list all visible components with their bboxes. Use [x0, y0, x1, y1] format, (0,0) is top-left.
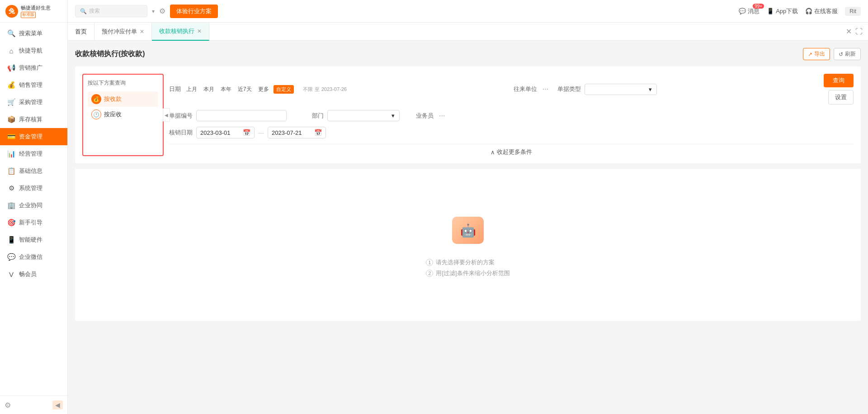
sidebar-item-finance[interactable]: 💳资金管理: [0, 128, 67, 145]
refresh-icon: ↺: [839, 51, 843, 57]
app-label: App下载: [776, 7, 798, 15]
staff-label: 业务员: [416, 112, 434, 120]
writeoff-date-end-calendar-icon[interactable]: 📅: [314, 129, 322, 136]
writeoff-date-start-input[interactable]: [200, 129, 241, 136]
by-receipt-icon: 💰: [91, 94, 101, 104]
sidebar-item-quick-nav[interactable]: ⌂快捷导航: [0, 42, 67, 59]
filter-option-by-receivable[interactable]: 🕐 按应收: [88, 107, 158, 122]
date-this-month[interactable]: 本月: [202, 85, 216, 94]
writeoff-date-label: 核销日期: [169, 128, 193, 137]
doc-type-select[interactable]: ▾: [585, 84, 657, 95]
tab-home[interactable]: 首页: [68, 23, 94, 41]
empty-tip-1: 1 请先选择要分析的方案: [426, 258, 509, 266]
query-row-1: 日期 上月 本月 本年 近7天 更多 自定义 不限 至: [169, 74, 854, 105]
topbar-left: 🔍 搜索 ▾ ⚙ 体验行业方案: [75, 5, 218, 18]
purchase-icon: 🛒: [7, 98, 15, 106]
tab-receipt-offset[interactable]: 收款核销执行 ✕: [152, 23, 209, 41]
collapse-sidebar-button[interactable]: ◀: [52, 400, 63, 409]
receipt-offset-tab-close-icon[interactable]: ✕: [197, 28, 202, 34]
sidebar-item-inventory[interactable]: 📦库存核算: [0, 111, 67, 128]
topbar-chevron-icon[interactable]: ▾: [152, 8, 155, 14]
sidebar-item-system[interactable]: ⚙系统管理: [0, 180, 67, 197]
sidebar-item-operation[interactable]: 📊经营管理: [0, 145, 67, 162]
settings-icon[interactable]: ⚙: [5, 401, 11, 409]
sidebar-item-purchase[interactable]: 🛒采购管理: [0, 94, 67, 111]
writeoff-date-end-wrap: 📅: [268, 127, 326, 138]
sidebar-label-operation: 经营管理: [19, 150, 42, 158]
sidebar-item-enterprise[interactable]: 🏢企业协同: [0, 197, 67, 214]
refresh-button[interactable]: ↺ 刷新: [834, 48, 861, 60]
close-tab-icon[interactable]: ✕: [846, 27, 852, 36]
topbar-gear-icon[interactable]: ⚙: [159, 7, 165, 15]
writeoff-date-end-input[interactable]: [272, 129, 312, 136]
message-icon: 💬: [739, 8, 746, 14]
dept-select[interactable]: ▾: [327, 110, 400, 121]
tab-prepay[interactable]: 预付冲应付单 ✕: [94, 23, 152, 41]
topbar-right: 💬 消息 99+ 📱 App下载 🎧 在线客服 Rit: [739, 7, 861, 16]
filter-option-by-receipt[interactable]: 💰 按收款: [88, 91, 158, 107]
prepay-tab-close-icon[interactable]: ✕: [140, 29, 144, 35]
by-receivable-label: 按应收: [104, 110, 122, 119]
sidebar-item-weixin[interactable]: 💬企业微信: [0, 248, 67, 266]
hardware-icon: 📱: [7, 236, 15, 244]
counterpart-dots-button[interactable]: ···: [541, 85, 550, 93]
page-title: 收款核销执行(按收款): [75, 49, 145, 59]
doc-type-label: 单据类型: [557, 85, 581, 93]
receipt-offset-tab-label: 收款核销执行: [159, 27, 194, 35]
filter-sidebar-collapse-button[interactable]: ◀: [163, 108, 170, 122]
writeoff-date-field: 核销日期 📅 — 📅: [169, 127, 326, 138]
solution-button[interactable]: 体验行业方案: [170, 5, 218, 18]
sidebar-label-basic-info: 基础信息: [19, 167, 42, 175]
filter-sidebar-title: 按以下方案查询: [88, 79, 158, 87]
inventory-icon: 📦: [7, 115, 15, 124]
quick-nav-icon: ⌂: [7, 47, 15, 55]
sidebar-item-sales[interactable]: 💰销售管理: [0, 76, 67, 94]
date-this-year[interactable]: 本年: [219, 85, 233, 94]
writeoff-date-start-calendar-icon[interactable]: 📅: [243, 129, 250, 136]
sidebar-item-search-menu[interactable]: 🔍搜索菜单: [0, 25, 67, 42]
date-last-month[interactable]: 上月: [184, 85, 199, 94]
messages-button[interactable]: 💬 消息 99+: [739, 7, 760, 15]
date-7days[interactable]: 近7天: [236, 85, 254, 94]
date-custom[interactable]: 自定义: [274, 85, 294, 94]
expand-tab-icon[interactable]: ⛶: [855, 28, 863, 36]
tip-2-text: 用[过滤]条件来缩小分析范围: [436, 269, 509, 277]
sidebar-label-sales: 销售管理: [19, 81, 42, 89]
sidebar-item-member[interactable]: V畅会员: [0, 266, 67, 283]
sidebar-item-hardware[interactable]: 📱智能硬件: [0, 231, 67, 248]
query-row-2: 单据编号 部门 ▾ 业务员 ···: [169, 110, 854, 121]
sidebar-item-guide[interactable]: 🎯新手引导: [0, 214, 67, 231]
empty-tip-2: 2 用[过滤]条件来缩小分析范围: [426, 269, 509, 277]
doc-no-input[interactable]: [196, 110, 287, 121]
user-area[interactable]: Rit: [845, 7, 861, 16]
online-service-button[interactable]: 🎧 在线客服: [805, 7, 838, 15]
sidebar-footer: ⚙ ◀: [0, 395, 67, 414]
empty-illustration: 🤖: [448, 212, 488, 253]
setting-button[interactable]: 设置: [828, 90, 854, 105]
sidebar-label-inventory: 库存核算: [19, 115, 42, 124]
page-content: 收款核销执行(按收款) ↗ 导出 ↺ 刷新 按以下方案查询 💰 按收款: [68, 41, 868, 414]
page-title-row: 收款核销执行(按收款) ↗ 导出 ↺ 刷新: [75, 48, 861, 60]
export-icon: ↗: [808, 51, 812, 57]
sidebar-nav: 🔍搜索菜单⌂快捷导航📢营销推广💰销售管理🛒采购管理📦库存核算💳资金管理📊经营管理…: [0, 23, 67, 395]
date-more[interactable]: 更多: [256, 85, 271, 94]
app-download-button[interactable]: 📱 App下载: [767, 7, 798, 15]
query-button[interactable]: 查询: [824, 74, 854, 87]
sidebar-item-marketing[interactable]: 📢营销推广: [0, 59, 67, 76]
sidebar-item-basic-info[interactable]: 📋基础信息: [0, 162, 67, 180]
writeoff-date-separator: —: [258, 129, 264, 136]
basic-info-icon: 📋: [7, 167, 15, 175]
topbar-search-box[interactable]: 🔍 搜索: [75, 5, 147, 17]
date-label: 日期: [169, 85, 181, 93]
staff-dots-button[interactable]: ···: [437, 112, 447, 120]
message-badge: 99+: [753, 4, 764, 9]
logo-icon: 兔: [5, 5, 18, 18]
sidebar-label-weixin: 企业微信: [19, 253, 42, 261]
sidebar-label-enterprise: 企业协同: [19, 201, 42, 209]
more-conditions-button[interactable]: ∧ 收起更多条件: [491, 148, 532, 156]
date-field: 日期 上月 本月 本年 近7天 更多 自定义: [169, 85, 294, 94]
guide-icon: 🎯: [7, 219, 15, 227]
by-receipt-label: 按收款: [104, 95, 122, 103]
member-icon: V: [7, 270, 15, 278]
export-button[interactable]: ↗ 导出: [803, 48, 830, 60]
